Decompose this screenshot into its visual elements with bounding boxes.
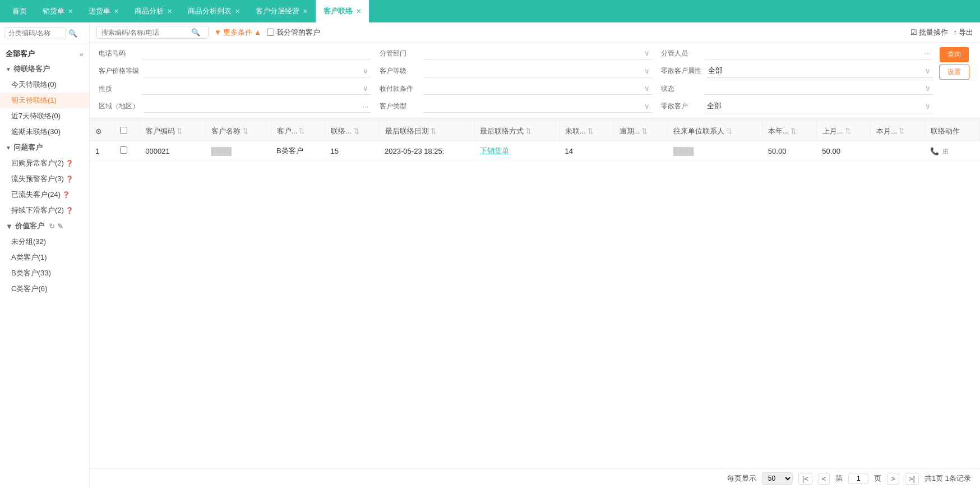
filter-row-2: 客户价格等级 ∨ 客户等级 ∨ — [99, 64, 933, 78]
filter-right-actions: ☑ 批量操作 ↑ 导出 — [910, 27, 974, 38]
nav-product-analysis[interactable]: 商品分析 ✕ — [127, 0, 180, 22]
main-layout: 🔍 全部客户 « ▼ 待联络客户 今天待联络(0) 明天待联络(1) 近7天待联… — [0, 22, 980, 488]
collapse-icon[interactable]: « — [80, 50, 84, 58]
close-product-analysis-icon[interactable]: ✕ — [167, 8, 172, 15]
cell-index: 1 — [90, 141, 114, 161]
col-type: 客户...⇅ — [271, 122, 325, 141]
col-uncontacted: 未联...⇅ — [560, 122, 614, 141]
filter-field-nature: 性质 ∨ — [99, 82, 371, 95]
sidebar-item-7day-contact[interactable]: 近7天待联络(0) — [0, 108, 89, 124]
nav-product-analysis-list[interactable]: 商品分析列表 ✕ — [180, 0, 248, 22]
col-overdue: 逾期...⇅ — [613, 122, 668, 141]
problem-group-triangle: ▼ — [6, 145, 11, 151]
sidebar-item-a-class[interactable]: A类客户(1) — [0, 250, 89, 265]
first-page-btn[interactable]: |< — [798, 473, 812, 485]
status-select[interactable]: ∨ — [705, 82, 933, 95]
page-label: 第 — [835, 473, 843, 484]
close-customer-segmentation-icon[interactable]: ✕ — [303, 8, 308, 15]
page-input[interactable] — [848, 473, 868, 484]
col-unit-contact: 往来单位联系人⇅ — [668, 122, 762, 141]
nature-select[interactable]: ∨ — [142, 82, 371, 95]
last-page-btn[interactable]: >| — [905, 473, 919, 485]
sidebar-item-lost-customer[interactable]: 已流失客户(24) ❓ — [0, 187, 89, 202]
price-level-select[interactable]: ∨ — [144, 65, 371, 77]
filter-field-scatter-attr: 零散客户属性 全部 ∨ — [661, 64, 933, 78]
batch-ops-btn[interactable]: ☑ 批量操作 — [910, 27, 948, 38]
per-page-label: 每页显示 — [727, 473, 756, 484]
payment-terms-select[interactable]: ∨ — [423, 82, 651, 95]
close-purchase-order-icon[interactable]: ✕ — [114, 8, 119, 15]
pending-group-triangle: ▼ — [6, 66, 11, 72]
sidebar-search-input[interactable] — [4, 27, 66, 39]
customer-level-select[interactable]: ∨ — [423, 65, 651, 77]
filter-search-icon[interactable]: 🔍 — [191, 28, 200, 36]
dept-select[interactable]: ∨ — [423, 47, 651, 59]
next-page-btn[interactable]: > — [887, 473, 899, 485]
customer-type-select[interactable]: ∨ — [423, 100, 651, 113]
phone-input[interactable] — [142, 48, 371, 59]
nav-customer-segmentation[interactable]: 客户分层经营 ✕ — [248, 0, 316, 22]
my-customers-checkbox[interactable] — [267, 29, 274, 36]
sidebar-item-overdue-contact[interactable]: 逾期未联络(30) — [0, 124, 89, 140]
sidebar-search-icon[interactable]: 🔍 — [68, 29, 77, 38]
region-dots-icon[interactable]: ··· — [362, 102, 368, 111]
scatter-customer-select[interactable]: 全部 ∨ — [705, 99, 933, 113]
all-customers-header: 全部客户 « — [0, 44, 89, 61]
nav-home[interactable]: 首页 — [4, 0, 35, 22]
sidebar-item-today-contact[interactable]: 今天待联络(0) — [0, 77, 89, 93]
filter-field-payment-terms: 收付款条件 ∨ — [380, 82, 651, 95]
checkbox-icon: ☑ — [910, 28, 917, 36]
col-last-contact-method: 最后联络方式⇅ — [474, 122, 560, 141]
scatter-attr-select[interactable]: 全部 ∨ — [706, 64, 933, 78]
select-all-checkbox[interactable] — [120, 127, 127, 134]
sidebar-item-declining-customer[interactable]: 持续下滑客户(2) ❓ — [0, 202, 89, 218]
per-page-select[interactable]: 50 100 200 — [762, 472, 793, 485]
sidebar-item-tomorrow-contact[interactable]: 明天待联络(1) — [0, 93, 89, 108]
row-checkbox[interactable] — [120, 146, 127, 154]
table-header-row: ⚙ 客户编码⇅ 客户名称⇅ 客户...⇅ 联络...⇅ 最后联络日期⇅ 最后联络… — [90, 122, 980, 141]
export-btn[interactable]: ↑ 导出 — [954, 27, 974, 38]
help-icon-churn: ❓ — [66, 176, 73, 183]
prev-page-btn[interactable]: < — [818, 473, 830, 485]
page-unit: 页 — [874, 473, 881, 484]
sidebar-item-churn-warning[interactable]: 流失预警客户(3) ❓ — [0, 171, 89, 187]
sidebar-item-b-class[interactable]: B类客户(33) — [0, 265, 89, 281]
export-icon: ↑ — [954, 28, 958, 36]
nav-purchase-order[interactable]: 进货单 ✕ — [81, 0, 127, 22]
filter-search-box: 🔍 — [96, 26, 209, 39]
more-conditions-btn[interactable]: ▼ 更多条件 ▲ — [214, 27, 261, 38]
col-this-month: 本月...⇅ — [871, 122, 925, 141]
sidebar-item-abnormal-repurchase[interactable]: 回购异常客户(2) ❓ — [0, 155, 89, 171]
cell-this-year: 50.00 — [762, 141, 817, 161]
cell-contacts: 15 — [325, 141, 380, 161]
nav-sales-order[interactable]: 销货单 ✕ — [35, 0, 81, 22]
value-group-edit-icon[interactable]: ✎ — [57, 222, 63, 231]
settings-button[interactable]: 设置 — [939, 65, 969, 80]
value-group-refresh-icon[interactable]: ↻ — [49, 222, 55, 231]
phone-action-icon[interactable]: 📞 — [930, 147, 939, 155]
sidebar-item-c-class[interactable]: C类客户(6) — [0, 281, 89, 297]
qr-action-icon[interactable]: ⊞ — [942, 147, 949, 155]
col-name: 客户名称⇅ — [205, 122, 271, 141]
table-row: 1 000021 ████ B类客户 15 2023-05-23 18:25: … — [90, 141, 980, 161]
filter-search-input[interactable] — [101, 29, 191, 36]
cell-uncontacted: 14 — [560, 141, 614, 161]
close-customer-contact-icon[interactable]: ✕ — [356, 8, 361, 15]
sidebar-item-ungrouped[interactable]: 未分组(32) — [0, 234, 89, 250]
close-product-analysis-list-icon[interactable]: ✕ — [235, 8, 240, 15]
col-code: 客户编码⇅ — [140, 122, 205, 141]
filter-field-scatter-customer: 零散客户 全部 ∨ — [661, 99, 933, 113]
person-dots-icon[interactable]: ··· — [924, 49, 931, 57]
pending-contact-group: ▼ 待联络客户 — [0, 61, 89, 77]
query-button[interactable]: 查询 — [940, 47, 969, 62]
col-this-year: 本年...⇅ — [762, 122, 817, 141]
close-sales-order-icon[interactable]: ✕ — [68, 8, 73, 15]
cell-last-month: 50.00 — [816, 141, 871, 161]
filter-row-1: 电话号码 分管部门 ∨ 分管人员 — [99, 47, 933, 59]
more-conditions-chevron: ▲ — [254, 28, 261, 36]
sidebar: 🔍 全部客户 « ▼ 待联络客户 今天待联络(0) 明天待联络(1) 近7天待联… — [0, 22, 90, 488]
nav-customer-contact[interactable]: 客户联络 ✕ — [316, 0, 369, 22]
last-contact-method-link[interactable]: 下销货单 — [480, 146, 509, 155]
filter-icon: ▼ — [214, 28, 221, 36]
cell-this-month — [871, 141, 925, 161]
